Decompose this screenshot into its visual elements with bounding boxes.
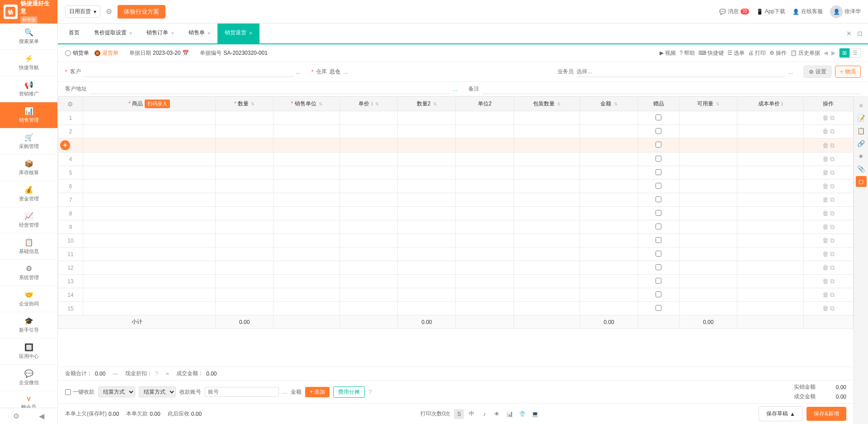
qty2-cell-15[interactable] — [398, 302, 456, 315]
qty-cell-12[interactable] — [216, 261, 274, 275]
sidebar-item-operations[interactable]: 📈 经营管理 — [0, 207, 57, 233]
save-new-button[interactable]: 保存&新增 — [807, 407, 846, 421]
gift-cell-2[interactable] — [638, 125, 679, 138]
settle-method-select[interactable]: 结算方式 — [98, 386, 135, 397]
next-record-btn[interactable]: ▶ — [831, 50, 835, 56]
available-cell-9[interactable] — [679, 220, 737, 234]
price-cell-2[interactable] — [340, 125, 397, 138]
delete-row-btn-12[interactable]: 🗑 — [822, 264, 829, 271]
product-cell-7[interactable] — [83, 193, 215, 207]
copy-row-btn-3[interactable]: ⧉ — [830, 142, 835, 149]
id-value[interactable]: SA-20230320-001 — [223, 50, 267, 56]
remark-input[interactable] — [482, 84, 861, 94]
tab-sales-close[interactable]: × — [208, 30, 210, 36]
amount-cell-14[interactable] — [580, 288, 638, 302]
unit-cell-3[interactable] — [274, 138, 340, 152]
cost-cell-14[interactable] — [737, 288, 804, 302]
sidebar-item-sales[interactable]: 📊 销售管理 — [0, 102, 57, 129]
return-radio[interactable]: 退货单 — [94, 49, 118, 57]
delete-row-btn-7[interactable]: 🗑 — [822, 196, 829, 203]
price-cell-3[interactable] — [340, 138, 397, 152]
sidebar-item-finance[interactable]: 💰 资金管理 — [0, 181, 57, 207]
pack-cell-1[interactable] — [514, 111, 580, 125]
price-cell-5[interactable] — [340, 166, 397, 180]
copy-row-btn-6[interactable]: ⧉ — [830, 182, 835, 190]
delete-row-btn-9[interactable]: 🗑 — [822, 223, 829, 230]
return-radio-input[interactable] — [94, 50, 100, 56]
price-info-icon[interactable]: ℹ — [371, 101, 373, 106]
price-cell-14[interactable] — [340, 288, 397, 302]
industry-select[interactable]: 日用百货 ▾ — [65, 5, 100, 18]
scan-input-btn[interactable]: 扫码录入 — [145, 100, 170, 108]
pack-cell-11[interactable] — [514, 248, 580, 261]
available-cell-3[interactable] — [679, 138, 737, 152]
delete-row-btn-15[interactable]: 🗑 — [822, 305, 829, 312]
pack-cell-7[interactable] — [514, 193, 580, 207]
product-cell-6[interactable] — [83, 180, 215, 193]
address-input[interactable] — [90, 84, 450, 94]
product-cell-5[interactable] — [83, 166, 215, 180]
amount-cell-8[interactable] — [580, 207, 638, 220]
pack-cell-9[interactable] — [514, 220, 580, 234]
right-btn-1[interactable]: ≡ — [856, 100, 867, 111]
amount-cell-4[interactable] — [580, 152, 638, 166]
sidebar-collapse-btn[interactable]: ◀ — [39, 412, 44, 420]
maximize-btn[interactable]: ⊡ — [855, 28, 864, 39]
available-cell-13[interactable] — [679, 275, 737, 288]
user-btn[interactable]: 👤 徐泽华 — [830, 5, 861, 18]
print-btn[interactable]: 🖨 打印 — [748, 49, 766, 57]
unit-cell-11[interactable] — [274, 248, 340, 261]
save-draft-button[interactable]: 保存草稿 ▲ — [759, 406, 803, 421]
gift-cell-11[interactable] — [638, 248, 679, 261]
gift-checkbox-12[interactable] — [656, 264, 661, 270]
calc-method-select[interactable]: 结算方式 — [139, 386, 176, 397]
product-cell-13[interactable] — [83, 275, 215, 288]
tab-return-close[interactable]: × — [249, 30, 252, 36]
copy-row-btn-5[interactable]: ⧉ — [830, 169, 835, 176]
gift-cell-5[interactable] — [638, 166, 679, 180]
add-row-btn[interactable]: + — [60, 140, 70, 150]
available-cell-7[interactable] — [679, 193, 737, 207]
unit2-cell-3[interactable] — [456, 138, 514, 152]
tab-sales-order[interactable]: 销售订单 × — [139, 24, 181, 43]
gift-cell-10[interactable] — [638, 234, 679, 248]
product-cell-8[interactable] — [83, 207, 215, 220]
qty-cell-14[interactable] — [216, 288, 274, 302]
unit2-cell-11[interactable] — [456, 248, 514, 261]
staff-dots[interactable]: ... — [788, 69, 793, 75]
amount-cell-7[interactable] — [580, 193, 638, 207]
toolbar-icon-6[interactable]: 👕 — [517, 409, 527, 419]
unit-cell-12[interactable] — [274, 261, 340, 275]
available-cell-14[interactable] — [679, 288, 737, 302]
qty2-cell-5[interactable] — [398, 166, 456, 180]
delete-row-btn-1[interactable]: 🗑 — [822, 114, 829, 121]
toolbar-icon-7[interactable]: 💻 — [530, 409, 540, 419]
operations-btn[interactable]: ⚙ 操作 — [769, 49, 787, 57]
amount-cell-10[interactable] — [580, 234, 638, 248]
unit2-cell-12[interactable] — [456, 261, 514, 275]
price-cell-9[interactable] — [340, 220, 397, 234]
delete-row-btn-3[interactable]: 🗑 — [822, 142, 829, 149]
gift-checkbox-9[interactable] — [656, 224, 661, 229]
tab-price-extract-close[interactable]: × — [129, 30, 132, 36]
account-dots[interactable]: ... — [283, 389, 287, 395]
video-btn[interactable]: ▶ 视频 — [660, 49, 676, 57]
qty2-cell-3[interactable] — [398, 138, 456, 152]
tab-home[interactable]: 首页 — [61, 24, 87, 43]
logistics-side-btn[interactable]: + 物流 — [835, 66, 861, 78]
qty-cell-2[interactable] — [216, 125, 274, 138]
delete-row-btn-13[interactable]: 🗑 — [822, 277, 829, 285]
product-cell-4[interactable] — [83, 152, 215, 166]
price-cell-4[interactable] — [340, 152, 397, 166]
unit-cell-8[interactable] — [274, 207, 340, 220]
right-btn-2[interactable]: 📝 — [856, 113, 867, 124]
qty-cell-13[interactable] — [216, 275, 274, 288]
pack-cell-6[interactable] — [514, 180, 580, 193]
add-payment-btn[interactable]: + 添加 — [305, 387, 330, 397]
gift-cell-9[interactable] — [638, 220, 679, 234]
topbar-gear-icon[interactable]: ⚙ — [106, 7, 112, 16]
price-cell-15[interactable] — [340, 302, 397, 315]
toolbar-icon-3[interactable]: ♪ — [479, 409, 489, 419]
qty-sort-icon[interactable]: ⇅ — [251, 101, 255, 106]
price-cell-7[interactable] — [340, 193, 397, 207]
